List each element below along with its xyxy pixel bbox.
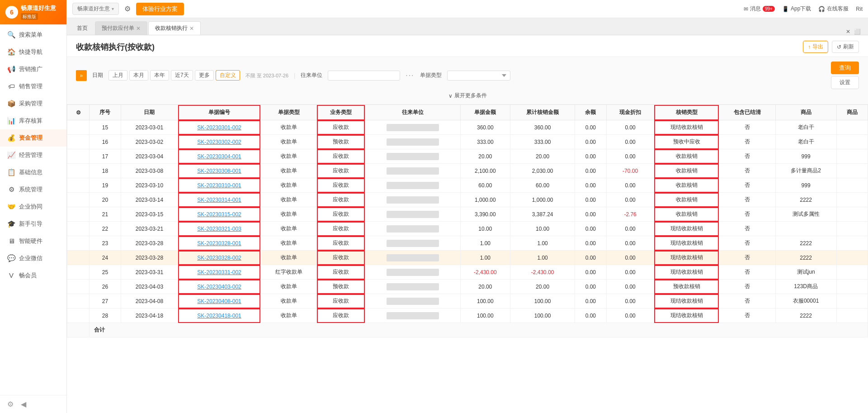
query-button[interactable]: 查询 [831,62,859,74]
app-download-button[interactable]: 📱 App下载 [782,5,811,13]
sidebar-item-quicknav[interactable]: 🏠快捷导航 [0,43,66,61]
cell-amount: 2,100.00 [460,164,510,178]
cell-settings [67,280,90,294]
tab-close-preorder[interactable]: ✕ [136,25,141,32]
tab-home[interactable]: 首页 [71,22,94,35]
sidebar-item-guide[interactable]: 🎓新手引导 [0,215,66,233]
sidebar-item-operation[interactable]: 📈经营管理 [0,147,66,164]
bill-no-link[interactable]: SK-20230321-003 [197,226,241,232]
cell-canceltype: 现结收款核销 [654,309,719,323]
sidebar-item-marketing[interactable]: 📢营销推广 [0,61,66,78]
sidebar-item-purchase[interactable]: 📦采购管理 [0,95,66,112]
col-settings-header[interactable]: ⚙ [67,105,90,120]
cell-totalcancel: -2,430.00 [510,265,575,280]
partner-input[interactable] [328,71,400,81]
bill-no-link[interactable]: SK-20230302-002 [197,139,241,145]
bill-no-link[interactable]: SK-20230331-002 [197,269,241,275]
cell-totalcancel: 360.00 [510,120,575,135]
date-btn-7days[interactable]: 近7天 [171,70,193,81]
cell-cashdiscount: 0.00 [606,309,654,323]
cell-settings [67,164,90,178]
bill-no-link[interactable]: SK-20230315-002 [197,211,241,218]
cell-includesettled: 否 [719,251,775,265]
cell-date: 2023-03-14 [121,193,178,207]
settings-icon[interactable]: ⚙ [124,5,131,13]
cell-billno: SK-20230314-001 [178,193,260,207]
cell-canceltype: 现结收款核销 [654,120,719,135]
bill-no-link[interactable]: SK-20230314-001 [197,197,241,203]
cell-cashdiscount: 0.00 [606,280,654,294]
filter-toggle-button[interactable]: » [76,70,87,81]
sidebar-item-member[interactable]: V畅会员 [0,267,66,284]
cell-balance: 0.00 [575,222,606,236]
cell-amount: 100.00 [460,294,510,309]
cell-goods [775,222,836,236]
filter-settings-button[interactable]: 设置 [831,76,859,89]
sidebar-item-sales[interactable]: 🏷销售管理 [0,78,66,95]
expand-filter-button[interactable]: ∨ 展开更多条件 [448,92,487,100]
cell-partner: ████████ [365,149,460,164]
cell-balance: 0.00 [575,251,606,265]
sidebar-item-inventory[interactable]: 📊库存核算 [0,112,66,129]
table-row: 21 2023-03-15 SK-20230315-002 收款单 应收款 ██… [67,207,868,222]
sidebar-icon-wechat: 💬 [7,254,15,262]
cell-totalcancel: 1.00 [510,236,575,251]
date-btn-this-month[interactable]: 本月 [129,70,148,81]
chevron-down-icon: ∨ [448,93,453,99]
refresh-button[interactable]: ↺ 刷新 [832,41,859,53]
sidebar-item-finance[interactable]: 💰资金管理 [0,129,66,147]
cell-goods2 [836,120,868,135]
cell-billtype: 收款单 [260,309,317,323]
sidebar-item-hardware[interactable]: 🖥智能硬件 [0,233,66,250]
date-btn-this-year[interactable]: 本年 [150,70,169,81]
cell-billno: SK-20230304-001 [178,149,260,164]
bill-type-select[interactable] [447,71,510,81]
chevron-down-icon: ▾ [112,6,114,11]
table-row: 17 2023-03-04 SK-20230304-001 收款单 应收款 ██… [67,149,868,164]
sidebar-label-system: 系统管理 [19,185,42,194]
bill-no-link[interactable]: SK-20230304-001 [197,153,241,160]
message-button[interactable]: ✉ 消息 99+ [744,5,775,13]
date-btn-more[interactable]: 更多 [195,70,214,81]
bill-no-link[interactable]: SK-20230328-001 [197,240,241,247]
solution-button[interactable]: 体验行业方案 [136,3,184,15]
sidebar-item-basic[interactable]: 📋基础信息 [0,164,66,181]
window-maximize-icon[interactable]: ⬜ [854,28,861,35]
bill-no-link[interactable]: SK-20230403-002 [197,284,241,290]
user-name[interactable]: Rit [856,6,863,12]
date-btn-last-month[interactable]: 上月 [108,70,127,81]
bill-no-link[interactable]: SK-20230301-002 [197,124,241,131]
service-button[interactable]: 🎧 在线客服 [818,5,849,13]
bill-no-link[interactable]: SK-20230328-002 [197,255,241,261]
cell-amount: 10.00 [460,222,510,236]
cell-amount: 20.00 [460,280,510,294]
cell-billno: SK-20230418-001 [178,309,260,323]
date-btn-custom[interactable]: 自定义 [216,70,240,81]
sidebar-item-search[interactable]: 🔍搜索菜单 [0,26,66,43]
bill-no-link[interactable]: SK-20230418-001 [197,313,241,319]
more-filter-icon[interactable]: ··· [406,71,414,80]
sidebar-item-system[interactable]: ⚙系统管理 [0,181,66,198]
sidebar-label-inventory: 库存核算 [19,117,42,125]
export-button[interactable]: ↑ 导出 [803,41,828,53]
bill-no-link[interactable]: SK-20230308-001 [197,168,241,174]
tab-collection[interactable]: 收款核销执行✕ [148,21,201,35]
cell-biztype: 预收款 [317,135,365,149]
app-selector[interactable]: 畅康道好生意 ▾ [72,3,119,15]
window-close-icon[interactable]: ✕ [846,28,850,35]
bill-no-link[interactable]: SK-20230310-001 [197,182,241,189]
tab-preorder[interactable]: 预付款应付单✕ [95,21,147,35]
cell-includesettled: 否 [719,135,775,149]
cell-goods2 [836,193,868,207]
sidebar-settings-icon[interactable]: ⚙ [7,400,14,408]
cell-goods2 [836,280,868,294]
page-title: 收款核销执行(按收款) [76,42,155,52]
bill-no-link[interactable]: SK-20230408-001 [197,298,241,304]
sidebar-collapse-icon[interactable]: ◀ [21,400,26,408]
sidebar-item-enterprise[interactable]: 🤝企业协同 [0,198,66,215]
sidebar-item-wechat[interactable]: 💬企业微信 [0,250,66,267]
tab-label-home: 首页 [77,24,88,32]
cell-settings [67,149,90,164]
table-row: 23 2023-03-28 SK-20230328-001 收款单 应收款 ██… [67,236,868,251]
tab-close-collection[interactable]: ✕ [189,25,194,32]
